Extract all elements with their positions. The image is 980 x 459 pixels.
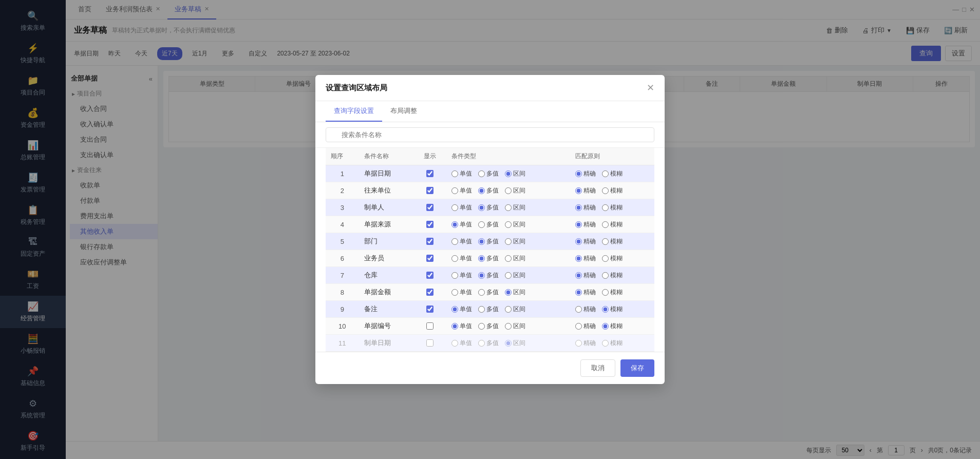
- row8-type: 单值 多值 区间: [446, 284, 570, 301]
- config-row-5: 5 部门 单值 多值 区间: [326, 233, 654, 250]
- row6-order: 6: [326, 250, 359, 267]
- row8-checkbox[interactable]: [426, 289, 434, 296]
- modal-title: 设置查询区域布局: [326, 83, 387, 93]
- config-th-display: 显示: [413, 148, 446, 165]
- row7-type: 单值 多值 区间: [446, 267, 570, 284]
- row5-checkbox[interactable]: [426, 238, 434, 245]
- row4-name: 单据来源: [359, 216, 413, 233]
- modal-overlay: 设置查询区域布局 ✕ 查询字段设置 布局调整 🔍 顺序: [0, 0, 980, 459]
- row2-type: 单值 多值 区间: [446, 182, 570, 199]
- settings-modal: 设置查询区域布局 ✕ 查询字段设置 布局调整 🔍 顺序: [315, 75, 665, 384]
- row4-checkbox[interactable]: [426, 221, 434, 228]
- config-row-3: 3 制单人 单值 多值 区间: [326, 199, 654, 216]
- config-row-9: 9 备注 单值 多值 区间: [326, 301, 654, 318]
- row10-type: 单值 多值 区间: [446, 318, 570, 335]
- row3-order: 3: [326, 199, 359, 216]
- row7-match: 精确 模糊: [570, 267, 654, 284]
- row4-match: 精确 模糊: [570, 216, 654, 233]
- row1-type: 单值 多值 区间: [446, 165, 570, 182]
- modal-search-area: 🔍: [315, 122, 665, 148]
- row3-match: 精确 模糊: [570, 199, 654, 216]
- row2-match: 精确 模糊: [570, 182, 654, 199]
- row11-type: 单值 多值 区间: [446, 335, 570, 352]
- row9-display: [413, 301, 446, 318]
- row4-order: 4: [326, 216, 359, 233]
- row8-name: 单据金额: [359, 284, 413, 301]
- row11-match: 精确 模糊: [570, 335, 654, 352]
- config-row-11: 11 制单日期 单值 多值 区间: [326, 335, 654, 352]
- row9-type: 单值 多值 区间: [446, 301, 570, 318]
- row5-name: 部门: [359, 233, 413, 250]
- row6-name: 业务员: [359, 250, 413, 267]
- row6-match: 精确 模糊: [570, 250, 654, 267]
- row10-name: 单据编号: [359, 318, 413, 335]
- row2-order: 2: [326, 182, 359, 199]
- row1-match: 精确 模糊: [570, 165, 654, 182]
- config-row-10: 10 单据编号 单值 多值 区间: [326, 318, 654, 335]
- row5-display: [413, 233, 446, 250]
- row3-display: [413, 199, 446, 216]
- row6-display: [413, 250, 446, 267]
- row6-checkbox[interactable]: [426, 255, 434, 262]
- config-row-8: 8 单据金额 单值 多值 区间: [326, 284, 654, 301]
- row11-display: [413, 335, 446, 352]
- modal-tab-layout[interactable]: 布局调整: [382, 101, 425, 122]
- row2-display: [413, 182, 446, 199]
- row1-name: 单据日期: [359, 165, 413, 182]
- row7-order: 7: [326, 267, 359, 284]
- modal-footer: 取消 保存: [315, 352, 665, 384]
- row5-type: 单值 多值 区间: [446, 233, 570, 250]
- config-row-4: 4 单据来源 单值 多值 区间: [326, 216, 654, 233]
- row7-checkbox[interactable]: [426, 272, 434, 279]
- modal-search-input[interactable]: [326, 127, 654, 142]
- row5-order: 5: [326, 233, 359, 250]
- config-row-1: 1 单据日期 单值 多值 区间: [326, 165, 654, 182]
- cancel-button[interactable]: 取消: [580, 359, 615, 377]
- config-row-7: 7 仓库 单值 多值 区间: [326, 267, 654, 284]
- row9-checkbox[interactable]: [426, 305, 434, 313]
- modal-header: 设置查询区域布局 ✕: [315, 75, 665, 101]
- config-table: 顺序 条件名称 显示 条件类型 匹配原则 1 单据日期: [326, 148, 654, 352]
- row3-checkbox[interactable]: [426, 204, 434, 211]
- row4-display: [413, 216, 446, 233]
- row3-name: 制单人: [359, 199, 413, 216]
- config-row-2: 2 往来单位 单值 多值 区间: [326, 182, 654, 199]
- row3-type: 单值 多值 区间: [446, 199, 570, 216]
- row8-match: 精确 模糊: [570, 284, 654, 301]
- modal-tab-fields[interactable]: 查询字段设置: [326, 101, 382, 122]
- row6-type: 单值 多值 区间: [446, 250, 570, 267]
- row1-order: 1: [326, 165, 359, 182]
- row8-display: [413, 284, 446, 301]
- row9-order: 9: [326, 301, 359, 318]
- row8-order: 8: [326, 284, 359, 301]
- row11-checkbox[interactable]: [426, 339, 434, 347]
- row11-order: 11: [326, 335, 359, 352]
- row10-match: 精确 模糊: [570, 318, 654, 335]
- row2-checkbox[interactable]: [426, 187, 434, 194]
- row9-name: 备注: [359, 301, 413, 318]
- row7-display: [413, 267, 446, 284]
- config-th-type: 条件类型: [446, 148, 570, 165]
- row11-name: 制单日期: [359, 335, 413, 352]
- row9-match: 精确 模糊: [570, 301, 654, 318]
- row2-name: 往来单位: [359, 182, 413, 199]
- config-th-name: 条件名称: [359, 148, 413, 165]
- row10-order: 10: [326, 318, 359, 335]
- modal-tabs: 查询字段设置 布局调整: [315, 101, 665, 122]
- row4-type: 单值 多值 区间: [446, 216, 570, 233]
- row7-name: 仓库: [359, 267, 413, 284]
- config-th-match: 匹配原则: [570, 148, 654, 165]
- modal-close-button[interactable]: ✕: [647, 82, 654, 93]
- row5-match: 精确 模糊: [570, 233, 654, 250]
- config-row-6: 6 业务员 单值 多值 区间: [326, 250, 654, 267]
- row1-display: [413, 165, 446, 182]
- row10-checkbox[interactable]: [426, 322, 434, 330]
- modal-save-button[interactable]: 保存: [620, 359, 654, 377]
- row1-checkbox[interactable]: [426, 170, 434, 177]
- row10-display: [413, 318, 446, 335]
- modal-body: 顺序 条件名称 显示 条件类型 匹配原则 1 单据日期: [315, 148, 665, 352]
- config-th-order: 顺序: [326, 148, 359, 165]
